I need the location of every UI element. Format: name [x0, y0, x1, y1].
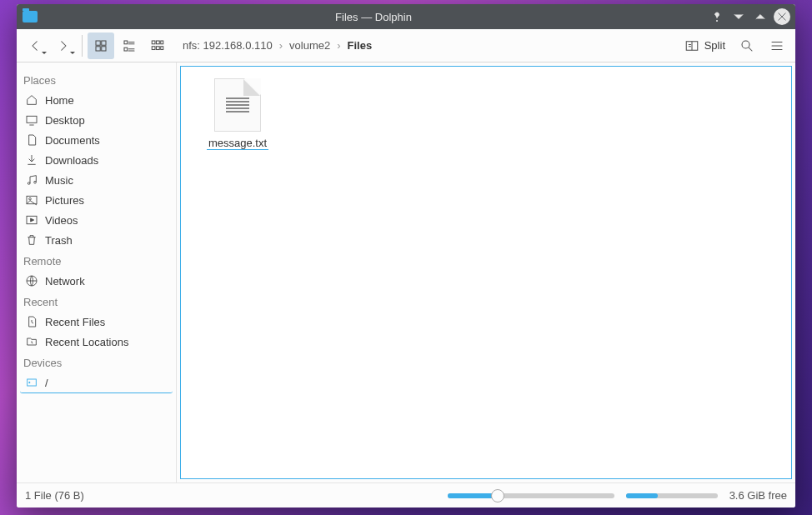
toolbar: nfs: 192.168.0.110 › volume2 › Files Spl…	[17, 29, 795, 62]
keep-above-icon[interactable]	[752, 8, 769, 25]
svg-rect-12	[161, 46, 163, 49]
svg-rect-9	[161, 41, 163, 44]
sidebar-item-videos[interactable]: Videos	[20, 210, 173, 230]
content-area: message.txt	[177, 62, 795, 482]
dolphin-window: Files — Dolphin nfs:	[17, 4, 795, 508]
sidebar-item-network[interactable]: Network	[20, 271, 173, 291]
breadcrumb-segment[interactable]: volume2	[286, 38, 333, 53]
svg-point-19	[29, 198, 32, 200]
breadcrumb-segment[interactable]: nfs: 192.168.0.110	[179, 38, 276, 53]
split-label: Split	[704, 39, 725, 52]
zoom-slider[interactable]	[448, 493, 614, 498]
body: Places Home Desktop Documents Downloads …	[17, 62, 795, 482]
toolbar-separator	[82, 35, 83, 57]
svg-point-16	[28, 182, 30, 185]
section-recent: Recent	[20, 291, 173, 312]
svg-point-17	[34, 181, 37, 183]
split-button[interactable]: Split	[679, 32, 730, 59]
icon-view-button[interactable]	[88, 32, 114, 59]
sidebar-item-root[interactable]: /	[20, 372, 173, 393]
svg-rect-11	[157, 46, 160, 49]
svg-rect-3	[96, 46, 100, 50]
sidebar-item-home[interactable]: Home	[20, 90, 173, 110]
search-button[interactable]	[734, 32, 760, 59]
window-title: Files — Dolphin	[43, 11, 704, 23]
section-remote: Remote	[20, 250, 173, 271]
disk-usage-bar	[626, 493, 718, 498]
sidebar-item-trash[interactable]: Trash	[20, 230, 173, 250]
file-item[interactable]: message.txt	[188, 73, 288, 155]
svg-rect-5	[124, 41, 128, 44]
svg-rect-8	[157, 41, 160, 44]
svg-point-0	[716, 20, 717, 21]
sidebar-item-recent-files[interactable]: Recent Files	[20, 312, 173, 332]
compact-view-button[interactable]	[116, 32, 143, 59]
sidebar-item-label: Trash	[45, 234, 73, 247]
app-icon	[22, 8, 38, 25]
chevron-right-icon: ›	[279, 39, 283, 52]
svg-rect-2	[102, 41, 106, 45]
sidebar-item-label: Documents	[45, 134, 100, 147]
svg-rect-15	[27, 116, 37, 122]
svg-rect-1	[96, 41, 100, 45]
toolbar-right: Split	[679, 32, 790, 59]
breadcrumb[interactable]: nfs: 192.168.0.110 › volume2 › Files	[173, 38, 678, 53]
details-view-button[interactable]	[144, 32, 171, 59]
sidebar-item-documents[interactable]: Documents	[20, 130, 173, 150]
sidebar-item-desktop[interactable]: Desktop	[20, 110, 173, 130]
svg-rect-10	[152, 46, 155, 49]
statusbar: 1 File (76 B) 3.6 GiB free	[17, 482, 795, 508]
chevron-right-icon: ›	[337, 39, 340, 52]
svg-rect-7	[152, 41, 155, 44]
free-space-label: 3.6 GiB free	[729, 489, 787, 502]
sidebar-item-recent-locations[interactable]: Recent Locations	[20, 332, 173, 352]
keep-below-icon[interactable]	[730, 8, 747, 25]
file-view[interactable]: message.txt	[180, 66, 792, 479]
sidebar-item-label: Recent Files	[45, 316, 105, 328]
hamburger-menu-button[interactable]	[764, 32, 790, 59]
sidebar-item-label: Pictures	[45, 194, 84, 207]
sidebar-item-downloads[interactable]: Downloads	[20, 150, 173, 170]
sidebar-item-label: Downloads	[45, 154, 98, 167]
section-devices: Devices	[20, 352, 173, 372]
places-panel: Places Home Desktop Documents Downloads …	[17, 62, 177, 482]
file-name-label: message.txt	[207, 137, 268, 150]
sidebar-item-label: Network	[45, 275, 85, 288]
help-icon[interactable]	[709, 8, 725, 25]
sidebar-item-label: Desktop	[45, 114, 85, 127]
sidebar-item-label: /	[45, 377, 48, 389]
sidebar-item-label: Recent Locations	[45, 336, 128, 348]
close-icon[interactable]	[774, 8, 790, 25]
svg-rect-4	[102, 46, 106, 50]
nav-forward-button[interactable]	[50, 32, 77, 59]
breadcrumb-current[interactable]: Files	[344, 38, 376, 53]
nav-back-button[interactable]	[22, 32, 48, 59]
svg-point-23	[29, 382, 30, 382]
svg-point-14	[742, 41, 749, 48]
section-places: Places	[20, 69, 173, 90]
status-summary: 1 File (76 B)	[25, 489, 84, 502]
sidebar-item-label: Music	[45, 174, 73, 187]
sidebar-item-music[interactable]: Music	[20, 170, 173, 190]
text-file-icon	[214, 78, 261, 132]
svg-rect-6	[124, 48, 128, 51]
titlebar: Files — Dolphin	[17, 4, 795, 29]
sidebar-item-pictures[interactable]: Pictures	[20, 190, 173, 210]
sidebar-item-label: Videos	[45, 214, 78, 227]
sidebar-item-label: Home	[45, 94, 74, 107]
